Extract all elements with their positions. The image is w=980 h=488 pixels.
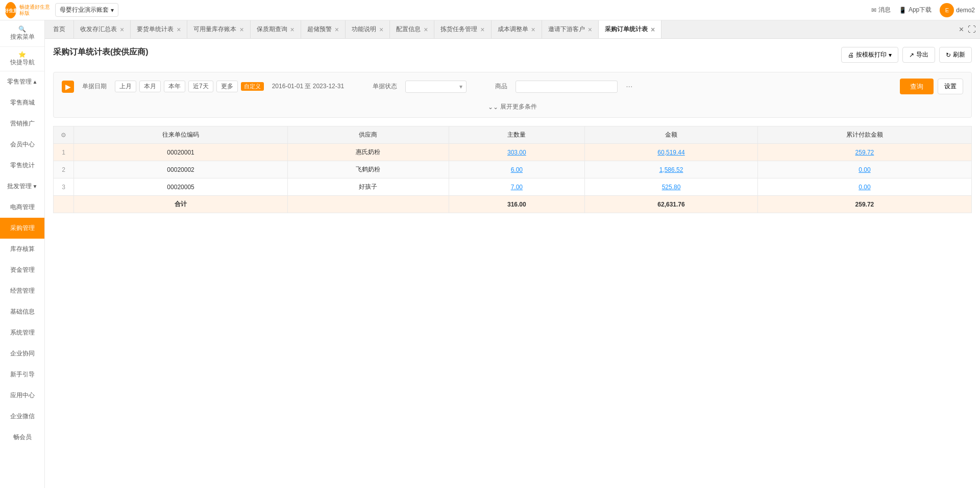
chevron-icon2: ▼ [33, 184, 38, 189]
date-btn-more[interactable]: 更多 [216, 81, 238, 92]
date-btn-this-month[interactable]: 本月 [139, 81, 161, 92]
cell-paid-amount-0[interactable]: 259.72 [757, 144, 971, 161]
footer-amount: 62,631.76 [585, 196, 758, 213]
close-receive-summary[interactable]: × [120, 25, 124, 34]
sidebar-item-inventory-check[interactable]: 库存核算 [0, 239, 44, 260]
workspace-selector[interactable]: 母婴行业演示账套 ▾ [55, 3, 118, 17]
settings-btn[interactable]: 设置 [938, 79, 963, 94]
cell-paid-amount-2[interactable]: 0.00 [757, 178, 971, 196]
sidebar-quick-nav[interactable]: ⭐ 快捷导航 [0, 47, 44, 71]
tab-overstock-warning[interactable]: 超储预警 × [301, 20, 346, 39]
tab-close-action[interactable]: × [959, 25, 964, 34]
tab-receive-summary[interactable]: 收发存汇总表 × [74, 20, 131, 39]
sidebar-item-vip-member[interactable]: 畅会员 [0, 427, 44, 448]
gear-icon[interactable]: ⚙ [61, 132, 66, 139]
user-profile[interactable]: E demo2 [940, 3, 975, 17]
date-btn-this-year[interactable]: 本年 [164, 81, 185, 92]
template-print-btn[interactable]: 🖨 按模板打印 ▾ [841, 47, 898, 63]
close-order-summary[interactable]: × [177, 25, 181, 34]
sidebar-label-wholesale-mgmt: 批发管理 [7, 182, 32, 191]
footer-label: 合计 [74, 196, 288, 213]
filter-more-dots[interactable]: ··· [626, 82, 632, 91]
cell-amount-1[interactable]: 1,586.52 [585, 161, 758, 178]
refresh-btn[interactable]: ↻ 刷新 [939, 47, 972, 63]
tab-bar: 首页 收发存汇总表 × 要货单统计表 × 可用量库存账本 × 保质期查询 × [45, 20, 980, 39]
cell-paid-amount-1[interactable]: 0.00 [757, 161, 971, 178]
cell-amount-2[interactable]: 525.80 [585, 178, 758, 196]
sidebar-item-new-guide[interactable]: 新手引导 [0, 364, 44, 385]
sidebar-label-ecommerce: 电商管理 [10, 203, 35, 211]
cell-amount-0[interactable]: 60,519.44 [585, 144, 758, 161]
date-btn-last-month[interactable]: 上月 [115, 81, 136, 92]
sidebar-label-finance-mgmt: 资金管理 [10, 266, 35, 273]
close-available-stock[interactable]: × [239, 25, 243, 34]
footer-empty-1 [54, 196, 74, 213]
expand-down-icon: ⌄⌄ [488, 104, 498, 111]
tab-order-summary[interactable]: 要货单统计表 × [131, 20, 187, 39]
close-cost-adjust[interactable]: × [531, 25, 535, 34]
export-btn[interactable]: ↗ 导出 [902, 47, 935, 63]
sidebar-item-basic-info[interactable]: 基础信息 [0, 301, 44, 322]
cell-main-qty-2[interactable]: 7.00 [449, 178, 585, 196]
sidebar-item-retail-mall[interactable]: 零售商城 [0, 92, 44, 113]
cell-main-qty-0[interactable]: 303.00 [449, 144, 585, 161]
sidebar-item-ecommerce[interactable]: 电商管理 [0, 197, 44, 218]
sidebar-item-ops-mgmt[interactable]: 经营管理 [0, 280, 44, 301]
download-icon: 📱 [899, 7, 906, 14]
tab-invite-downstream[interactable]: 邀请下游客户 × [542, 20, 599, 39]
tab-cost-adjust[interactable]: 成本调整单 × [492, 20, 542, 39]
sidebar-item-enterprise-wechat[interactable]: 企业微信 [0, 406, 44, 427]
status-select[interactable] [405, 81, 467, 93]
tab-home[interactable]: 首页 [45, 20, 74, 39]
tab-function-desc[interactable]: 功能说明 × [346, 20, 390, 39]
cell-supplier-code-2: 00020005 [74, 178, 288, 196]
filter-toggle-btn[interactable]: ▶ [62, 81, 74, 93]
tab-config-info[interactable]: 配置信息 × [390, 20, 434, 39]
close-overstock-warning[interactable]: × [335, 25, 339, 34]
close-invite-downstream[interactable]: × [588, 25, 592, 34]
sidebar-item-enterprise-collab[interactable]: 企业协同 [0, 343, 44, 364]
tab-available-stock[interactable]: 可用量库存账本 × [187, 20, 250, 39]
sidebar-label-inventory-check: 库存核算 [10, 245, 35, 252]
sidebar-search-btn[interactable]: 🔍 搜索菜单 [0, 20, 44, 47]
sidebar-label-purchase-mgmt: 采购管理 [10, 224, 35, 232]
sidebar-item-system-mgmt[interactable]: 系统管理 [0, 322, 44, 343]
query-btn[interactable]: 查询 [900, 79, 934, 94]
sidebar-item-wholesale-mgmt[interactable]: 批发管理 ▼ [0, 176, 44, 197]
expand-more-btn[interactable]: ⌄⌄ 展开更多条件 [488, 102, 537, 111]
top-bar: 好生意 畅捷通好生意 标版 母婴行业演示账套 ▾ ✉ 消息 📱 App下载 [0, 0, 980, 20]
close-function-desc[interactable]: × [379, 25, 383, 34]
product-filter-input[interactable] [516, 81, 618, 93]
export-icon: ↗ [909, 52, 914, 59]
close-purchase-summary[interactable]: × [651, 25, 655, 34]
close-expiry-query[interactable]: × [290, 25, 295, 34]
tab-pick-task[interactable]: 拣货任务管理 × [434, 20, 491, 39]
sidebar-item-member-center[interactable]: 会员中心 [0, 134, 44, 155]
sidebar-item-marketing[interactable]: 营销推广 [0, 113, 44, 134]
table-row: 1 00020001 惠氏奶粉 303.00 60,519.44 259.72 [54, 144, 972, 161]
date-btn-7days[interactable]: 近7天 [188, 81, 213, 92]
cell-rownum-1: 2 [54, 161, 74, 178]
app-download-btn[interactable]: 📱 App下载 [899, 6, 932, 14]
logo-text: 畅捷通好生意 [19, 4, 50, 10]
cell-supplier-name-1: 飞鹤奶粉 [288, 161, 449, 178]
sidebar-item-retail-mgmt[interactable]: 零售管理 ▲ [0, 71, 44, 92]
cell-main-qty-1[interactable]: 6.00 [449, 161, 585, 178]
tab-expiry-query[interactable]: 保质期查询 × [251, 20, 301, 39]
close-config-info[interactable]: × [424, 25, 428, 34]
cell-rownum-0: 1 [54, 144, 74, 161]
sidebar-item-retail-stats[interactable]: 零售统计 [0, 155, 44, 176]
col-header-supplier-name: 供应商 [288, 126, 449, 144]
sidebar-label-retail-stats: 零售统计 [10, 162, 35, 169]
cell-supplier-code-1: 00020002 [74, 161, 288, 178]
tab-purchase-summary[interactable]: 采购订单统计表 × [599, 20, 662, 39]
date-shortcuts: 上月 本月 本年 近7天 更多 自定义 [115, 81, 264, 92]
sidebar-item-finance-mgmt[interactable]: 资金管理 [0, 260, 44, 280]
avatar: E [940, 3, 954, 17]
sidebar-item-purchase-mgmt[interactable]: 采购管理 [0, 218, 44, 239]
tab-expand-action[interactable]: ⛶ [968, 25, 976, 34]
sidebar-label-basic-info: 基础信息 [10, 308, 35, 315]
message-btn[interactable]: ✉ 消息 [871, 6, 891, 14]
close-pick-task[interactable]: × [480, 25, 484, 34]
sidebar-item-app-center[interactable]: 应用中心 [0, 385, 44, 406]
